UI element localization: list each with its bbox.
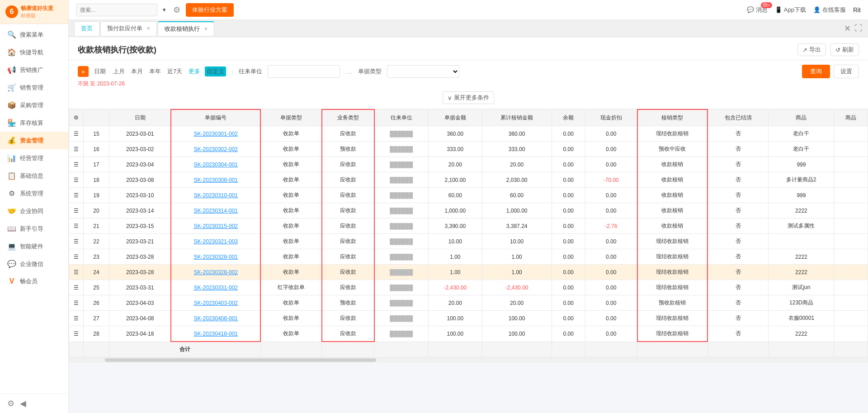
user-name: Rit — [853, 6, 861, 14]
topbar-app-download[interactable]: 📱 App下载 — [775, 6, 806, 14]
topbar-online-service[interactable]: 👤 在线客服 — [813, 6, 846, 14]
sidebar-label-corp: 企业协同 — [20, 207, 43, 215]
cell-gear[interactable]: ☰ — [69, 218, 84, 234]
cell-gear[interactable]: ☰ — [69, 249, 84, 265]
topbar-dropdown[interactable]: ▾ — [163, 6, 166, 13]
doc-no-link[interactable]: SK-20230302-002 — [194, 146, 238, 152]
sidebar-item-system[interactable]: ⚙ 系统管理 — [0, 185, 68, 202]
sidebar-item-sales[interactable]: 🛒 销售管理 — [0, 79, 68, 96]
sidebar-item-search[interactable]: 🔍 搜索菜单 — [0, 26, 68, 43]
doc-no-link[interactable]: SK-20230408-001 — [194, 315, 238, 322]
collapse-icon[interactable]: ◀ — [20, 399, 26, 408]
doc-no-link[interactable]: SK-20230328-001 — [194, 254, 238, 260]
filter-this-month[interactable]: 本月 — [129, 66, 145, 76]
doc-no-link[interactable]: SK-20230314-001 — [194, 208, 238, 214]
refresh-button[interactable]: ↺ 刷新 — [830, 43, 859, 56]
cell-gear[interactable]: ☰ — [69, 234, 84, 249]
sidebar-item-hardware[interactable]: 💻 智能硬件 — [0, 237, 68, 255]
sidebar-label-purchase: 采购管理 — [20, 101, 43, 109]
sidebar-item-operations[interactable]: 📊 经营管理 — [0, 149, 68, 167]
cell-write-off-amount: 360.00 — [482, 126, 552, 142]
cell-biz-type: 应收款 — [322, 218, 374, 234]
tab-close-all-icon[interactable]: ✕ — [844, 24, 851, 33]
doc-no-link[interactable]: SK-20230321-003 — [194, 238, 238, 245]
tab-prepay[interactable]: 预付款应付单 × — [100, 21, 157, 36]
sidebar-item-purchase[interactable]: 📦 采购管理 — [0, 96, 68, 114]
col-gear[interactable]: ⚙ — [69, 109, 84, 126]
filter-this-year[interactable]: 本年 — [147, 66, 163, 76]
topbar-search-input[interactable] — [76, 4, 157, 16]
filter-doc-type-select[interactable] — [387, 65, 459, 78]
sidebar-item-wechat[interactable]: 💬 企业微信 — [0, 255, 68, 273]
cell-gear[interactable]: ☰ — [69, 265, 84, 280]
doc-no-link[interactable]: SK-20230331-002 — [194, 285, 238, 291]
cell-date: 2023-03-31 — [109, 280, 171, 295]
cell-gear[interactable]: ☰ — [69, 142, 84, 157]
sidebar-item-inventory[interactable]: 🏪 库存核算 — [0, 114, 68, 132]
cell-gear[interactable]: ☰ — [69, 295, 84, 311]
app-name: 畅康道好生意 — [21, 5, 53, 12]
cell-gear[interactable]: ☰ — [69, 157, 84, 172]
sidebar-item-marketing[interactable]: 📢 营销推广 — [0, 61, 68, 79]
cell-gear[interactable]: ☰ — [69, 203, 84, 218]
filter-custom-btn[interactable]: 自定义 — [205, 66, 226, 76]
topbar-gear-icon[interactable]: ⚙ — [173, 5, 180, 15]
tab-expand-icon[interactable]: ⛶ — [854, 24, 863, 33]
cell-rownum: 28 — [84, 326, 109, 342]
tab-home[interactable]: 首页 — [74, 21, 99, 36]
doc-no-link[interactable]: SK-20230310-001 — [194, 192, 238, 199]
cell-product2 — [834, 203, 868, 218]
scrollbar-area[interactable] — [69, 357, 868, 363]
cell-gear[interactable]: ☰ — [69, 326, 84, 342]
cell-product2 — [834, 157, 868, 172]
export-button[interactable]: ↗ 导出 — [797, 43, 826, 56]
cell-doc-type: 收款单 — [260, 295, 322, 311]
doc-no-link[interactable]: SK-20230308-001 — [194, 177, 238, 183]
tab-prepay-close[interactable]: × — [147, 25, 150, 32]
filter-query-btn[interactable]: 查询 — [802, 65, 830, 78]
sidebar-item-finance[interactable]: 💰 资金管理 — [0, 132, 68, 149]
cell-include-settled: 否 — [708, 249, 769, 265]
cell-gear[interactable]: ☰ — [69, 126, 84, 142]
cell-gear[interactable]: ☰ — [69, 188, 84, 203]
tab-receipt-close[interactable]: × — [204, 26, 208, 32]
cell-biz-type: 应收款 — [322, 280, 374, 295]
filter-expand-conditions-btn[interactable]: ∨ 展开更多条件 — [443, 91, 494, 104]
doc-no-link[interactable]: SK-20230328-002 — [194, 269, 238, 275]
doc-no-link[interactable]: SK-20230418-001 — [194, 331, 238, 337]
topbar-user[interactable]: Rit — [853, 6, 861, 14]
cell-balance: 0.00 — [552, 234, 585, 249]
filter-expand-btn[interactable]: » — [78, 66, 89, 77]
doc-no-link[interactable]: SK-20230301-002 — [194, 131, 238, 137]
filter-partner-input[interactable] — [268, 65, 340, 78]
scrollbar-thumb[interactable] — [105, 358, 376, 362]
settings-icon[interactable]: ⚙ — [7, 399, 14, 408]
purchase-icon: 📦 — [7, 101, 16, 109]
doc-no-link[interactable]: SK-20230403-002 — [194, 300, 238, 306]
topbar-industry-btn[interactable]: 体验行业方案 — [186, 3, 234, 17]
cell-doc-no: SK-20230304-001 — [171, 157, 260, 172]
sidebar-item-guide[interactable]: 📖 新手引导 — [0, 220, 68, 237]
cell-cash-discount: 0.00 — [585, 295, 637, 311]
doc-no-link[interactable]: SK-20230315-002 — [194, 223, 238, 229]
topbar-messages[interactable]: 💬 消息 99+ — [747, 6, 768, 14]
doc-no-link[interactable]: SK-20230304-001 — [194, 161, 238, 168]
filter-7days[interactable]: 近7天 — [165, 66, 184, 76]
tab-receipt-write-off[interactable]: 收款核销执行 × — [158, 21, 214, 36]
sidebar-item-corp[interactable]: 🤝 企业协同 — [0, 202, 68, 220]
col-rownum — [84, 109, 109, 126]
filter-more-date[interactable]: 更多 — [187, 66, 202, 76]
cell-gear[interactable]: ☰ — [69, 311, 84, 326]
filter-last-month[interactable]: 上月 — [111, 66, 127, 76]
cell-gear[interactable]: ☰ — [69, 280, 84, 295]
cell-balance: 0.00 — [552, 311, 585, 326]
cell-gear[interactable]: ☰ — [69, 172, 84, 188]
cell-product: 2222 — [769, 249, 834, 265]
sidebar-item-basic[interactable]: 📋 基础信息 — [0, 167, 68, 185]
cell-doc-type: 收款单 — [260, 249, 322, 265]
sidebar-item-member[interactable]: V 畅会员 — [0, 273, 68, 290]
data-table: ⚙ 日期 单据编号 单据类型 业务类型 往来单位 单据金额 累计核销金额 余额 … — [69, 109, 868, 357]
filter-settings-btn[interactable]: 设置 — [834, 65, 859, 78]
cell-doc-amount: 100.00 — [429, 326, 482, 342]
sidebar-item-nav[interactable]: 🏠 快捷导航 — [0, 43, 68, 61]
